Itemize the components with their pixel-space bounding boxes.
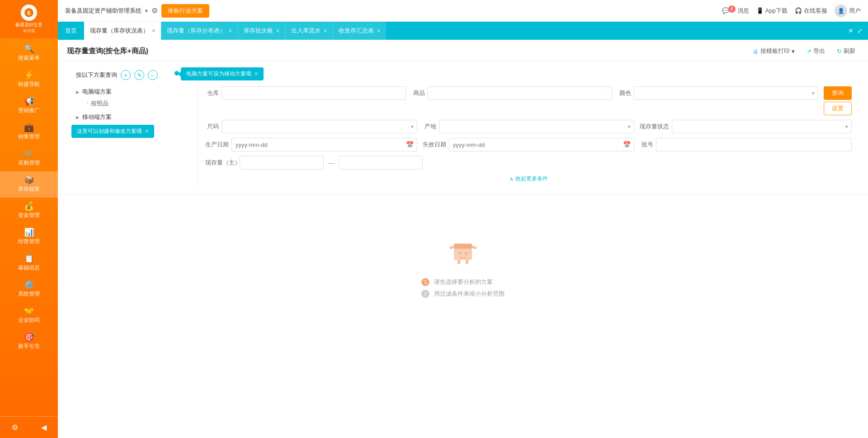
back-icon: ← [150,72,156,79]
inventory-icon: 📦 [24,176,34,184]
tab-batch-ledger[interactable]: 库存批次账 ✕ [238,22,285,40]
cooperation-icon: 🤝 [24,307,34,315]
tab-close-all-icon[interactable]: ✕ [848,27,854,34]
sidebar-bottom: ⚙ ◀ [0,416,58,438]
sidebar-item-label: 基础信息 [18,264,40,272]
sidebar-logo: 6 畅通道好生意 标准版 [0,0,58,38]
expiry-date-cal-icon[interactable]: 📅 [623,141,631,148]
tooltip2-close[interactable]: ✕ [145,128,149,134]
header-right: 💬 6 消息 📱 App下载 🎧 在线客服 👤 用户 [722,5,861,17]
sidebar-item-label: 企业协同 [18,316,40,324]
collapse-button[interactable]: ∧ 收起更多条件 [205,171,852,184]
filter-label: 按以下方案查询 [76,71,117,79]
tab-receipt-summary[interactable]: 收发存汇总表 ✕ [333,22,386,40]
expiry-date-input[interactable] [449,138,635,151]
svg-point-6 [465,252,467,254]
origin-label: 产地 [423,122,436,131]
tab-inout-flow[interactable]: 出入库流水 ✕ [285,22,333,40]
stock-qty-from[interactable] [240,156,324,170]
settings-button[interactable]: 设置 [824,102,852,115]
tip2-num: 2 [421,290,429,298]
empty-tip1: 1 请先选择要分析的方案 [421,276,505,288]
operations-icon: 📊 [24,228,34,236]
expiry-date-label: 失效日期 [423,141,446,149]
tab-home[interactable]: 首页 [58,22,84,40]
print-icon: 🖨 [753,48,759,55]
tab-close-inventory-status[interactable]: ✕ [151,28,156,33]
warehouse-dots-icon: ··· [399,90,403,96]
warehouse-input[interactable] [222,86,406,100]
sidebar-item-label: 新手引导 [18,343,40,350]
top-header: 装备及固定资产辅助管理系统 ▾ ⚙ 体验行业方案 💬 6 消息 📱 App下载 … [58,0,868,22]
print-dropdown-icon: ▾ [792,48,795,55]
sidebar-item-cooperation[interactable]: 🤝 企业协同 [0,302,58,329]
color-select[interactable] [634,86,818,100]
tab-close-inventory-dist[interactable]: ✕ [228,28,232,33]
app-download-item[interactable]: 📱 App下载 [756,7,788,15]
system-dropdown-icon[interactable]: ▾ [145,8,148,14]
tab-right-icons: ✕ ⤢ [848,27,868,34]
tab-inventory-status-label: 现存量（库存状况表） [90,27,149,35]
mobile-scheme-label: 移动端方案 [82,113,112,121]
tab-close-receipt-summary[interactable]: ✕ [377,28,381,33]
desktop-scheme-child-icon: └ [86,101,89,106]
notification-item[interactable]: 💬 6 消息 [722,7,749,15]
app-download-label: App下载 [765,7,788,15]
collapse-sidebar-icon[interactable]: ◀ [39,421,48,433]
inventory-status-select[interactable] [672,120,852,133]
sidebar-item-label: 库存核算 [18,185,40,193]
desktop-scheme-child[interactable]: └ 按照品 [86,98,192,109]
export-button[interactable]: ↗ 导出 [803,45,829,57]
tab-close-batch-ledger[interactable]: ✕ [276,28,280,33]
tab-inventory-dist[interactable]: 现存量（库存分布表） ✕ [161,22,238,40]
production-date-cal-icon[interactable]: 📅 [406,141,414,148]
filter-top-row: 按以下方案查询 + ✎ ← 电脑方案可设为移动方案哦 ✕ [67,66,859,82]
batch-no-input[interactable] [656,138,852,151]
tab-inout-flow-label: 出入库流水 [291,27,321,35]
origin-select[interactable] [439,120,635,133]
desktop-scheme-item[interactable]: ▶ 电脑端方案 [76,86,192,97]
stock-qty-to[interactable] [339,156,423,170]
settings-icon[interactable]: ⚙ [10,421,20,433]
tab-inventory-status[interactable]: 现存量（库存状况表） ✕ [84,22,161,40]
sidebar-item-sales[interactable]: 💼 销售管理 [0,119,58,145]
mobile-scheme-item[interactable]: ▶ 移动端方案 [76,112,192,122]
edit-scheme-button[interactable]: ✎ [134,70,144,80]
size-select[interactable] [222,120,417,133]
tooltip1-close[interactable]: ✕ [254,71,258,77]
sidebar-item-label: 经营管理 [18,238,40,245]
tab-close-inout-flow[interactable]: ✕ [323,28,327,33]
sales-icon: 💼 [24,123,34,132]
header-left: 装备及固定资产辅助管理系统 ▾ ⚙ 体验行业方案 [65,4,209,18]
sidebar-item-operations[interactable]: 📊 经营管理 [0,224,58,250]
user-item[interactable]: 👤 用户 [835,5,861,17]
online-support-item[interactable]: 🎧 在线客服 [795,7,827,15]
production-date-input[interactable] [231,138,417,151]
search-button[interactable]: 查询 [824,86,852,100]
sidebar-item-label: 销售管理 [18,133,40,141]
sidebar-item-system[interactable]: ⚙️ 系统管理 [0,276,58,302]
sidebar-item-search-menu[interactable]: 🔍 搜索菜单 [0,40,58,66]
add-scheme-button[interactable]: + [121,70,131,80]
support-icon: 🎧 [795,7,802,14]
sidebar-item-purchase[interactable]: 🛒 采购管理 [0,145,58,171]
sidebar-item-finance[interactable]: 💰 资金管理 [0,198,58,224]
header-gear-icon[interactable]: ⚙ [151,6,158,15]
refresh-button[interactable]: ↻ 刷新 [833,45,859,57]
phone-icon: 📱 [756,7,764,14]
back-scheme-button[interactable]: ← [148,70,158,80]
sidebar-item-quick-nav[interactable]: ⚡ 快捷导航 [0,66,58,93]
industry-plan-button[interactable]: 体验行业方案 [161,4,209,18]
sidebar-item-label: 搜索菜单 [18,54,40,62]
sidebar-item-inventory[interactable]: 📦 库存核算 [0,171,58,198]
sidebar-item-marketing[interactable]: 📢 营销推广 [0,93,58,119]
sidebar-item-basic-info[interactable]: 📋 基础信息 [0,250,58,276]
tab-maximize-icon[interactable]: ⤢ [857,27,863,34]
goods-input[interactable] [428,86,612,100]
sidebar-item-guide[interactable]: 🎯 新手引导 [0,329,58,355]
print-template-button[interactable]: 🖨 按模板打印 ▾ [749,45,798,57]
desktop-scheme-label: 电脑端方案 [82,88,112,96]
svg-rect-7 [458,259,460,264]
tooltip-scheme-create: 这里可以创建和修改方案哦 ✕ [71,125,154,138]
guide-icon: 🎯 [24,333,34,341]
